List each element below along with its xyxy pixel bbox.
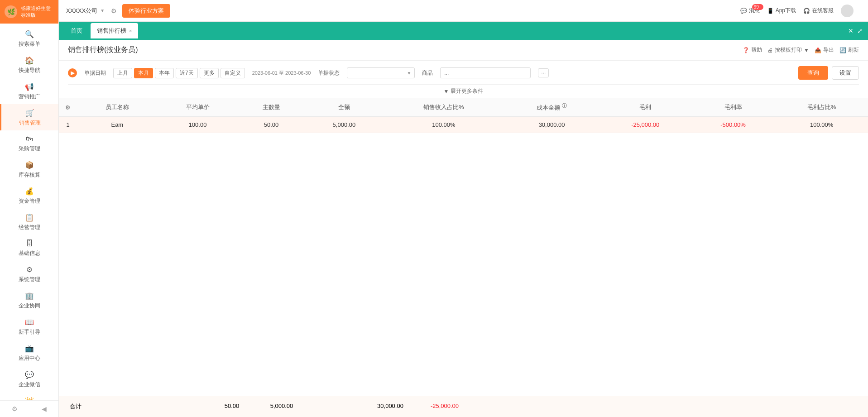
date-presets: 上月 本月 本年 近7天 更多 自定义 xyxy=(113,68,245,78)
cell-gross: -25,000.00 xyxy=(600,117,691,133)
topbar-service-btn[interactable]: 🎧 在线客服 xyxy=(803,7,834,14)
page-header: 销售排行榜(按业务员) ❓ 帮助 🖨 按模板打印 ▼ 📤 导出 🔄 刷新 xyxy=(59,40,868,61)
wechat-icon: 💬 xyxy=(25,370,34,379)
service-icon: 🎧 xyxy=(803,8,810,14)
goods-more-btn[interactable]: ··· xyxy=(538,68,549,77)
trial-button[interactable]: 体验行业方案 xyxy=(122,4,170,18)
home-icon: 🏠 xyxy=(25,56,34,65)
company-selector[interactable]: XXXXX公司 ▼ xyxy=(66,7,105,15)
status-select-wrap: ▼ xyxy=(347,67,415,78)
sidebar: 🌿 畅康通好生意 标准版 🔍 搜索菜单 🏠 快捷导航 📢 营销推广 🛒 销售管理… xyxy=(0,0,59,417)
topbar-settings-icon[interactable]: ⚙ xyxy=(111,7,117,14)
col-gross-pct: 毛利占比% xyxy=(775,98,868,117)
sidebar-item-basic-info[interactable]: 🗄 基础信息 xyxy=(0,235,58,261)
footer-amount: 5,000.00 xyxy=(254,401,309,412)
cell-rank: 1 xyxy=(59,117,77,133)
print-icon: 🖨 xyxy=(767,47,773,53)
search-icon: 🔍 xyxy=(25,30,34,38)
template-print-btn[interactable]: 🖨 按模板打印 ▼ xyxy=(767,46,809,54)
sidebar-item-marketing[interactable]: 📢 营销推广 xyxy=(0,78,58,104)
filter-toggle-btn[interactable]: ▶ xyxy=(68,68,77,77)
sidebar-item-system[interactable]: ⚙ 系统管理 xyxy=(0,261,58,287)
col-amount: 全额 xyxy=(305,98,384,117)
sidebar-item-finance[interactable]: 💰 资金管理 xyxy=(0,182,58,209)
sidebar-logo-text: 畅康通好生意 标准版 xyxy=(21,5,51,19)
page-title: 销售排行榜(按业务员) xyxy=(68,45,138,55)
date-range: 2023-06-01 至 2023-06-30 xyxy=(252,70,311,77)
table-container: ⚙ 员工名称 平均单价 主数量 全额 销售收入占比% 成本全额 ⓘ 毛利 毛利率… xyxy=(59,98,868,396)
preset-this-month[interactable]: 本月 xyxy=(134,68,153,78)
sidebar-logo: 🌿 畅康通好生意 标准版 xyxy=(0,0,58,24)
cell-qty: 50.00 xyxy=(238,117,304,133)
app-icon: 📱 xyxy=(767,8,774,14)
refresh-icon: 🔄 xyxy=(839,47,846,53)
message-icon: 💬 xyxy=(740,8,747,14)
col-settings[interactable]: ⚙ xyxy=(59,98,77,117)
table-row: 1 Eam 100.00 50.00 5,000.00 100.00% 30,0… xyxy=(59,117,868,133)
enterprise-icon: 🏢 xyxy=(25,292,34,300)
help-btn[interactable]: ❓ 帮助 xyxy=(743,46,762,54)
sidebar-item-label: 应用中心 xyxy=(19,355,40,362)
sidebar-item-enterprise[interactable]: 🏢 企业协同 xyxy=(0,287,58,313)
sidebar-item-app-center[interactable]: 📺 应用中心 xyxy=(0,340,58,366)
preset-7-days[interactable]: 近7天 xyxy=(176,68,198,78)
topbar: XXXXX公司 ▼ ⚙ 体验行业方案 💬 消息 99+ 📱 App下载 🎧 在线… xyxy=(59,0,868,22)
col-gross-rate: 毛利率 xyxy=(691,98,775,117)
sidebar-item-guide[interactable]: 📖 新手引导 xyxy=(0,313,58,340)
sidebar-item-sales[interactable]: 🛒 销售管理 xyxy=(0,104,58,130)
footer-cost: 30,000.00 xyxy=(363,401,417,412)
inventory-icon: 📦 xyxy=(25,161,34,169)
finance-icon: 💰 xyxy=(25,187,34,196)
tab-close-icon[interactable]: × xyxy=(129,28,132,34)
tab-close-window-icon[interactable]: ✕ xyxy=(848,27,854,34)
tab-label: 销售排行榜 xyxy=(97,27,126,35)
expand-conditions-btn[interactable]: ▼ 展开更多条件 xyxy=(444,87,484,95)
preset-more[interactable]: 更多 xyxy=(200,68,219,78)
refresh-btn[interactable]: 🔄 刷新 xyxy=(839,46,859,54)
cell-amount: 5,000.00 xyxy=(305,117,384,133)
purchase-icon: 🛍 xyxy=(26,135,33,143)
status-select[interactable] xyxy=(347,67,415,78)
table-footer: 合计 50.00 5,000.00 30,000.00 -25,000.00 xyxy=(59,396,868,417)
col-avg-price: 平均单价 xyxy=(158,98,238,117)
sidebar-collapse-btn[interactable]: ◀ xyxy=(42,405,47,412)
query-button[interactable]: 查询 xyxy=(798,66,828,80)
table-head: ⚙ 员工名称 平均单价 主数量 全额 销售收入占比% 成本全额 ⓘ 毛利 毛利率… xyxy=(59,98,868,117)
topbar-right: 💬 消息 99+ 📱 App下载 🎧 在线客服 xyxy=(740,5,861,17)
tab-restore-icon[interactable]: ⤢ xyxy=(857,27,863,34)
footer-gross: -25,000.00 xyxy=(417,401,472,412)
sidebar-item-label: 营销推广 xyxy=(19,93,40,101)
operations-icon: 📋 xyxy=(25,213,34,222)
date-label: 单据日期 xyxy=(84,69,106,77)
export-btn[interactable]: 📤 导出 xyxy=(815,46,834,54)
sidebar-item-inventory[interactable]: 📦 库存核算 xyxy=(0,156,58,182)
sidebar-item-label: 快捷导航 xyxy=(19,67,40,74)
sidebar-item-label: 采购管理 xyxy=(19,145,40,153)
sidebar-settings-btn[interactable]: ⚙ xyxy=(12,405,18,412)
sidebar-item-label: 资金管理 xyxy=(19,197,40,205)
tab-sales-ranking[interactable]: 销售排行榜 × xyxy=(91,23,138,38)
table-header-row: ⚙ 员工名称 平均单价 主数量 全额 销售收入占比% 成本全额 ⓘ 毛利 毛利率… xyxy=(59,98,868,117)
settings-button[interactable]: 设置 xyxy=(832,66,859,80)
sidebar-item-member[interactable]: 👑 畅会员 xyxy=(0,392,58,400)
sidebar-item-search[interactable]: 🔍 搜索菜单 xyxy=(0,25,58,52)
preset-this-year[interactable]: 本年 xyxy=(155,68,174,78)
goods-input[interactable] xyxy=(440,67,531,78)
preset-last-month[interactable]: 上月 xyxy=(113,68,132,78)
sidebar-item-quick-nav[interactable]: 🏠 快捷导航 xyxy=(0,52,58,78)
sidebar-item-label: 新手引导 xyxy=(19,328,40,336)
topbar-app-btn[interactable]: 📱 App下载 xyxy=(767,7,796,14)
topbar-message-btn[interactable]: 💬 消息 99+ xyxy=(740,7,760,14)
avatar[interactable] xyxy=(841,5,854,17)
col-gross: 毛利 xyxy=(600,98,691,117)
sales-icon: 🛒 xyxy=(25,109,34,117)
svg-text:🌿: 🌿 xyxy=(7,8,15,16)
tab-home[interactable]: 首页 xyxy=(64,23,89,38)
message-badge: 99+ xyxy=(752,4,763,10)
preset-custom[interactable]: 自定义 xyxy=(221,68,245,78)
col-cost: 成本全额 ⓘ xyxy=(504,98,600,117)
footer-sales-pct xyxy=(309,401,363,412)
sidebar-item-operations[interactable]: 📋 经营管理 xyxy=(0,209,58,235)
sidebar-item-wechat[interactable]: 💬 企业微信 xyxy=(0,366,58,392)
sidebar-item-purchase[interactable]: 🛍 采购管理 xyxy=(0,130,58,156)
